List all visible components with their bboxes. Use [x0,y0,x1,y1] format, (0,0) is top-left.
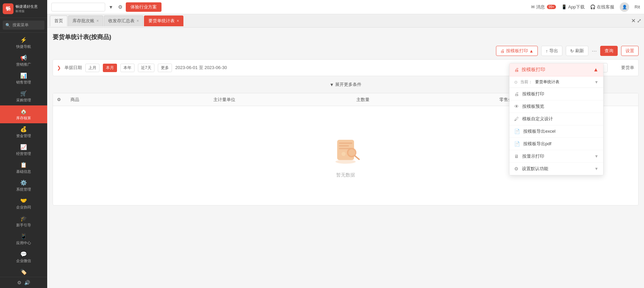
sidebar-item-operation[interactable]: 📈 经营管理 [0,141,47,159]
tab-close-window-button[interactable]: ✕ [631,18,636,24]
export-icon: ↑ [546,49,548,54]
operation-icon: 📈 [20,144,27,150]
app-download-label: App下载 [568,4,585,10]
online-service-item[interactable]: 🎧 在线客服 [590,4,614,10]
purchase-icon: 🛒 [20,90,27,97]
dropdown-item-export-excel[interactable]: 📄 按模板导出excel [509,125,603,138]
sidebar-item-inventory[interactable]: 🏠 库存核算 [0,105,47,123]
enterprise-icon: 🤝 [20,197,27,204]
tab-maximize-button[interactable]: ⤢ [637,18,641,24]
content-area: 要货单统计表(按商品) 🖨 按模板打印 ▲ ↑ 导出 ↻ 刷新 ··· 查询 设… [47,28,644,288]
tab-order-stats[interactable]: 要货单统计表 × [144,15,183,26]
dropdown-item-display-print[interactable]: 🖥 按显示打印 ▼ [509,150,603,163]
inventory-label: 库存核算 [16,116,31,121]
trial-button[interactable]: 体验行业方案 [126,2,162,12]
dropdown-item-default-settings[interactable]: ⚙ 设置默认功能 ▼ [509,163,603,175]
date-last-7days-button[interactable]: 近7天 [138,64,154,72]
dropdown-current-value: 要货单统计表 [535,79,559,85]
export-pdf-icon: 📄 [514,141,520,147]
chevron-up-icon: ▲ [529,49,534,54]
topbar-gear-button[interactable]: ⚙ [118,4,122,10]
tab-collection-summary-label: 收发存汇总表 [108,18,135,24]
empty-text: 暂无数据 [336,172,355,178]
apps-icon: 📱 [20,233,27,239]
page-title: 要货单统计表(按商品) [53,33,639,41]
dropdown-item-template-preview[interactable]: 👁 按模板预览 [509,100,603,113]
th-quantity: 主数量 [352,97,495,103]
dropdown-current-row: ⊙ 当前： 要货单统计表 ▼ [509,76,603,88]
sidebar-item-wechat[interactable]: 💬 企业微信 [0,248,47,266]
refresh-icon: ↻ [570,49,574,54]
template-design-icon: 🖊 [514,116,519,122]
system-label: 系统管理 [16,187,31,192]
app-download-item[interactable]: 📱 App下载 [561,4,585,10]
date-range-display: 2023-06-01 至 2023-06-30 [175,65,227,71]
date-this-year-button[interactable]: 本年 [120,64,135,72]
template-design-label: 模板自定义设计 [522,116,553,122]
sidebar-nav: ⚡ 快捷导航 📢 营销推广 📊 销售管理 🛒 采购管理 🏠 库存核算 💰 资金管… [0,33,47,277]
svg-point-0 [335,160,356,164]
topbar-right: ✉ 消息 99+ 📱 App下载 🎧 在线客服 👤 Rit [531,2,640,12]
sidebar-item-member[interactable]: 🏷️ 畅会员 [0,266,47,277]
settings-button[interactable]: 设置 [621,46,639,56]
sidebar-item-enterprise[interactable]: 🤝 企业协同 [0,195,47,213]
app-icon: 📱 [561,4,567,9]
export-button[interactable]: ↑ 导出 [541,46,562,56]
topbar-dropdown-button[interactable]: ▼ [109,4,113,10]
avatar-placeholder: 👤 [622,5,627,9]
svg-rect-2 [339,142,352,144]
expand-icon: ▼ [330,82,334,87]
th-settings[interactable]: ⚙ [53,97,66,102]
tab-inventory-batch-close[interactable]: × [96,19,99,23]
message-item[interactable]: ✉ 消息 99+ [531,4,556,10]
inventory-icon: 🏠 [20,108,27,115]
sidebar-item-basic[interactable]: 📋 基础信息 [0,159,47,177]
dropdown-item-template-design[interactable]: 🖊 模板自定义设计 [509,113,603,125]
settings-bottom-button[interactable]: ⚙ [17,280,22,285]
avatar[interactable]: 👤 [620,2,629,12]
export-pdf-label: 按模板导出pdf [523,141,551,147]
purchase-label: 采购管理 [16,98,31,103]
tab-order-stats-close[interactable]: × [177,19,179,23]
query-button[interactable]: 查询 [600,46,618,56]
dropdown-item-template-print[interactable]: 🖨 按模板打印 [509,88,603,100]
sidebar-item-guide[interactable]: 🎓 新手引导 [0,213,47,230]
sidebar-item-quicknav[interactable]: ⚡ 快捷导航 [0,34,47,52]
date-this-month-button[interactable]: 本月 [103,64,117,72]
print-template-button[interactable]: 🖨 按模板打印 ▲ [496,46,538,56]
finance-icon: 💰 [20,126,27,132]
display-print-icon: 🖥 [514,154,519,159]
logo-title: 畅捷通好生意 [16,4,38,9]
tab-collection-summary-close[interactable]: × [137,19,139,23]
sidebar-item-sales[interactable]: 📊 销售管理 [0,70,47,88]
tab-home[interactable]: 首页 [50,15,67,26]
topbar-search-input[interactable] [51,3,105,11]
print-dropdown-close-button[interactable]: ▲ [593,67,598,73]
filter-expand-button[interactable]: ❯ [57,65,61,70]
sidebar-item-system[interactable]: ⚙️ 系统管理 [0,177,47,195]
sales-label: 销售管理 [16,80,31,85]
date-more-button[interactable]: 更多 [158,64,172,72]
tab-inventory-batch[interactable]: 库存批次账 × [68,15,103,26]
svg-line-7 [355,156,359,159]
tab-collection-summary[interactable]: 收发存汇总表 × [104,15,143,26]
sidebar-item-purchase[interactable]: 🛒 采购管理 [0,88,47,105]
date-last-month-button[interactable]: 上月 [85,64,99,72]
sidebar-item-marketing[interactable]: 📢 营销推广 [0,52,47,70]
print-dropdown: 🖨 按模板打印 ▲ ⊙ 当前： 要货单统计表 ▼ 🖨 按模板打印 👁 按模板预览 [509,63,604,175]
search-icon: 🔍 [5,23,10,28]
empty-illustration [329,133,362,167]
sidebar-item-finance[interactable]: 💰 资金管理 [0,123,47,141]
sidebar: 畅 畅捷通好生意 标准版 🔍 搜索菜单 ⚡ 快捷导航 📢 营销推广 📊 销售管理… [0,0,47,288]
refresh-button[interactable]: ↻ 刷新 [566,46,588,56]
expand-more-filter-button[interactable]: ▼ 展开更多条件 [330,82,362,88]
cargo-label: 要货单 [621,65,634,71]
more-actions-button[interactable]: ··· [592,47,597,55]
search-menu-button[interactable]: 🔍 搜索菜单 [3,21,45,30]
sidebar-item-apps[interactable]: 📱 应用中心 [0,230,47,248]
template-preview-label: 按模板预览 [522,103,544,109]
finance-label: 资金管理 [16,133,31,138]
sound-bottom-button[interactable]: 🔊 [24,280,30,285]
dropdown-item-export-pdf[interactable]: 📄 按模板导出pdf [509,138,603,150]
online-service-label: 在线客服 [597,4,614,10]
